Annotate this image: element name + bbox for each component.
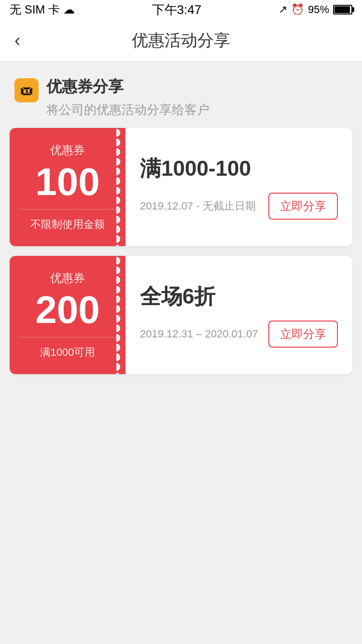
section-header: 🎟 优惠券分享 将公司的优惠活动分享给客户 bbox=[0, 62, 362, 128]
coupon-name-2: 全场6折 bbox=[140, 282, 338, 311]
coupon-name-1: 满1000-100 bbox=[140, 154, 338, 183]
coupon-left-2: 优惠券 200 满1000可用 bbox=[10, 256, 125, 374]
coupon-condition-2: 满1000可用 bbox=[40, 345, 96, 360]
coupon-card-1: 优惠券 100 不限制使用金额 满1000-100 2019.12.07 - 无… bbox=[10, 128, 352, 246]
status-bar: 无 SIM 卡 ☁ 下午3:47 ↗ ⏰ 95% bbox=[0, 0, 362, 19]
location-icon: ↗ bbox=[278, 3, 287, 16]
coupon-meta-2: 2019.12.31 – 2020.01.07 立即分享 bbox=[140, 321, 338, 348]
share-button-1[interactable]: 立即分享 bbox=[268, 193, 338, 220]
coupon-amount-2: 200 bbox=[35, 291, 99, 329]
status-time: 下午3:47 bbox=[152, 1, 202, 18]
nav-bar: ‹ 优惠活动分享 bbox=[0, 19, 362, 62]
coupon-amount-1: 100 bbox=[35, 163, 99, 201]
battery-icon bbox=[333, 5, 352, 14]
alarm-icon: ⏰ bbox=[291, 3, 304, 16]
coupon-label-1: 优惠券 bbox=[50, 142, 85, 158]
coupon-card-2: 优惠券 200 满1000可用 全场6折 2019.12.31 – 2020.0… bbox=[10, 256, 352, 374]
battery-percent: 95% bbox=[308, 3, 329, 16]
coupon-date-1: 2019.12.07 - 无截止日期 bbox=[140, 199, 256, 213]
sim-status: 无 SIM 卡 ☁ bbox=[10, 2, 75, 17]
bottom-area bbox=[0, 384, 362, 625]
coupon-right-1: 满1000-100 2019.12.07 - 无截止日期 立即分享 bbox=[125, 128, 352, 246]
coupon-divider-2 bbox=[19, 337, 116, 337]
page-title: 优惠活动分享 bbox=[132, 29, 230, 52]
coupon-label-2: 优惠券 bbox=[50, 270, 85, 286]
coupon-left-1: 优惠券 100 不限制使用金额 bbox=[10, 128, 125, 246]
back-button[interactable]: ‹ bbox=[14, 30, 20, 51]
coupon-date-2: 2019.12.31 – 2020.01.07 bbox=[140, 328, 258, 340]
coupon-divider-1 bbox=[19, 209, 116, 210]
coupon-right-2: 全场6折 2019.12.31 – 2020.01.07 立即分享 bbox=[125, 256, 352, 374]
section-subtitle: 将公司的优惠活动分享给客户 bbox=[46, 101, 209, 118]
section-text: 优惠券分享 将公司的优惠活动分享给客户 bbox=[46, 76, 209, 118]
coupon-icon: 🎟 bbox=[14, 78, 39, 102]
status-left: 无 SIM 卡 ☁ bbox=[10, 2, 75, 17]
coupon-meta-1: 2019.12.07 - 无截止日期 立即分享 bbox=[140, 193, 338, 220]
coupon-list: 优惠券 100 不限制使用金额 满1000-100 2019.12.07 - 无… bbox=[0, 128, 362, 374]
status-right: ↗ ⏰ 95% bbox=[278, 3, 352, 16]
share-button-2[interactable]: 立即分享 bbox=[268, 321, 338, 348]
section-title: 优惠券分享 bbox=[46, 76, 209, 98]
coupon-condition-1: 不限制使用金额 bbox=[30, 217, 105, 232]
